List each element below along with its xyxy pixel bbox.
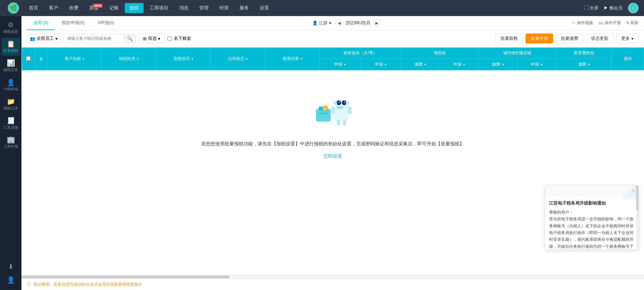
nav-services[interactable]: 服务: [235, 3, 254, 13]
search-input[interactable]: [64, 34, 124, 43]
horizontal-scrollbar[interactable]: [21, 275, 644, 279]
refresh-btn[interactable]: ↻ 刷新: [626, 20, 639, 26]
empty-message: 若您想使用批量报税功能，请先在【报税设置】中进行报税的初始化设置，完成密码验证和…: [29, 140, 637, 148]
right-actions: ▷ 操作视频 📖 操作手册 ↻ 刷新: [572, 20, 639, 26]
svg-rect-18: [348, 106, 352, 114]
tab-tax-declare[interactable]: 税款申报 (0): [55, 16, 91, 30]
scrollbar-thumb[interactable]: [21, 276, 229, 278]
batch-tax-icon: 📋: [7, 41, 15, 47]
filter-icon: ▾: [541, 63, 542, 66]
account-checkbox-label[interactable]: 名下账套: [167, 35, 191, 42]
nav-settings[interactable]: 设置: [255, 3, 274, 13]
filter-icon: ▾: [385, 63, 386, 66]
notification-popup: ✕ 江苏电子税务局升级影响通知 尊敬的用户： 受当前电子税务局进一步升级的影响，…: [545, 185, 639, 250]
sidebar-item-tax-records[interactable]: 📁 报税记录: [1, 95, 20, 113]
th-fetch-status: 取数状态 ▾: [156, 48, 210, 70]
notice-text: 验证账密、采集信息均成功的企业才会流转至批量报税页面中: [34, 282, 142, 287]
filter-button[interactable]: ⊞ 筛选 ▾: [139, 33, 165, 44]
app-logo[interactable]: 🌿: [5, 0, 21, 16]
filter-icon: ▾: [246, 57, 248, 61]
empty-state-cell: ¥: [22, 70, 644, 180]
prev-month-btn[interactable]: ◀: [335, 19, 343, 27]
select-all-checkbox[interactable]: [26, 56, 31, 61]
region-date-bar: 👤 江苏 ▾ ◀ 2023年05月 ▶: [312, 19, 381, 27]
annual-report-icon: 🏢: [7, 136, 15, 143]
chevron-down-icon: ▾: [631, 36, 634, 41]
nav-operations[interactable]: 经营: [215, 3, 233, 13]
more-btn[interactable]: 更多 ▾: [616, 33, 639, 44]
sidebar-item-annual-report[interactable]: 🏢 工商年报: [1, 134, 20, 151]
profile-icon: 👤: [7, 277, 15, 283]
sidebar-label-tax-settings: 报税设置: [3, 29, 18, 34]
filter-icon: ▾: [502, 63, 504, 66]
filter-icon: ▾: [344, 63, 346, 66]
svg-rect-17: [331, 106, 335, 114]
nav-invoice[interactable]: 票据 NEW: [85, 3, 103, 13]
sidebar-item-download[interactable]: ⬇: [1, 261, 20, 273]
nav-tax[interactable]: 报税: [125, 3, 144, 13]
sidebar-label-tax-records: 报税记录: [3, 106, 18, 111]
nav-fee[interactable]: 收费: [64, 3, 83, 13]
nav-items: 首页 客户 收费 票据 NEW 记账 报税 工商项目 消息 管理 经营 服务 设…: [24, 3, 584, 13]
sidebar-label-tax-overview: 报税总览: [3, 68, 18, 72]
sidebar-item-personal-tax[interactable]: 👤 个税申报: [1, 76, 20, 94]
member-btn[interactable]: ▶ 畅会员: [604, 5, 623, 11]
sidebar-item-settlement[interactable]: 🧾 汇算清缴: [1, 115, 20, 132]
user-avatar[interactable]: [628, 3, 639, 13]
robot-svg: ¥: [313, 90, 353, 131]
fullscreen-btn[interactable]: ⛶ 全屏: [584, 5, 599, 11]
top-right-actions: ⛶ 全屏 ▶ 畅会员: [584, 3, 639, 13]
sidebar-item-profile[interactable]: 👤: [1, 274, 20, 286]
notification-scrollbar[interactable]: [636, 186, 638, 249]
next-month-btn[interactable]: ▶: [373, 19, 381, 27]
batch-fetch-btn[interactable]: 批量取数: [495, 33, 523, 44]
person-icon: 👤: [312, 20, 318, 25]
filter-icon: ▾: [463, 63, 465, 66]
chevron-down-icon: ▾: [55, 36, 58, 41]
th-vat: 增值税: [401, 48, 478, 59]
th-edu-pay: 缴费 ▾: [556, 59, 612, 70]
status-update-btn[interactable]: 状态更新: [586, 33, 613, 44]
batch-declare-btn[interactable]: 批量申报: [526, 33, 553, 44]
batch-pay-btn[interactable]: 批量缴费: [556, 33, 583, 44]
nav-messages[interactable]: 消息: [174, 3, 193, 13]
th-fin-declare: 申报 ▾: [320, 59, 360, 70]
sidebar-label-settlement: 汇算清缴: [3, 125, 18, 130]
notification-deco: [618, 186, 638, 199]
notification-scroll-thumb: [636, 186, 638, 211]
sidebar-item-tax-settings[interactable]: ⚙ 报税设置: [1, 19, 20, 37]
sidebar-item-batch-tax[interactable]: 📋 批量报税: [1, 38, 20, 56]
chevron-down-icon: ▾: [158, 36, 160, 41]
nav-manage[interactable]: 管理: [195, 3, 213, 13]
manual-btn[interactable]: 📖 操作手册: [598, 20, 621, 26]
search-button[interactable]: 🔍: [124, 34, 136, 43]
th-urban-pay: 缴费 ▾: [479, 59, 518, 70]
data-table: ⚙ 客户名称 ▾ 纳税性质 ▾ 取数状态 ▾: [21, 47, 644, 179]
tab-all[interactable]: 全部 (0): [27, 16, 55, 30]
account-checkbox[interactable]: [167, 37, 172, 41]
sidebar-label-personal-tax: 个税申报: [3, 87, 18, 91]
th-tax-type: 纳税性质 ▾: [102, 48, 156, 70]
filter-icon: ▾: [301, 57, 302, 61]
video-tutorial-btn[interactable]: ▷ 操作视频: [572, 20, 593, 26]
th-vat-declare: 申报 ▾: [360, 59, 401, 70]
date-navigator: ◀ 2023年05月 ▶: [335, 19, 381, 27]
bottom-notice: ⓘ 验证账密、采集信息均成功的企业才会流转至批量报税页面中: [21, 279, 644, 290]
svg-rect-0: [316, 109, 331, 122]
tax-overview-icon: 📊: [7, 60, 15, 66]
toolbar-right: 批量取数 批量申报 批量缴费 状态更新 更多 ▾: [495, 33, 639, 44]
filter-icon: ▾: [83, 57, 84, 61]
svg-point-13: [344, 102, 345, 103]
nav-home[interactable]: 首页: [24, 3, 43, 13]
employee-selector[interactable]: 👥 全部员工 ▾: [27, 34, 61, 43]
nav-client[interactable]: 客户: [44, 3, 63, 13]
sidebar-label-batch-tax: 批量报税: [3, 49, 18, 53]
th-operations: 操作: [612, 48, 644, 70]
region-selector[interactable]: 👤 江苏 ▾: [312, 20, 331, 26]
nav-business[interactable]: 工商项目: [145, 3, 173, 13]
sidebar-item-tax-overview[interactable]: 📊 报税总览: [1, 57, 20, 75]
svg-point-12: [339, 102, 340, 103]
tab-zero-declare[interactable]: 0申报 (0): [91, 16, 121, 30]
nav-accounting[interactable]: 记账: [105, 3, 123, 13]
setup-link[interactable]: 立即设置: [323, 153, 342, 159]
